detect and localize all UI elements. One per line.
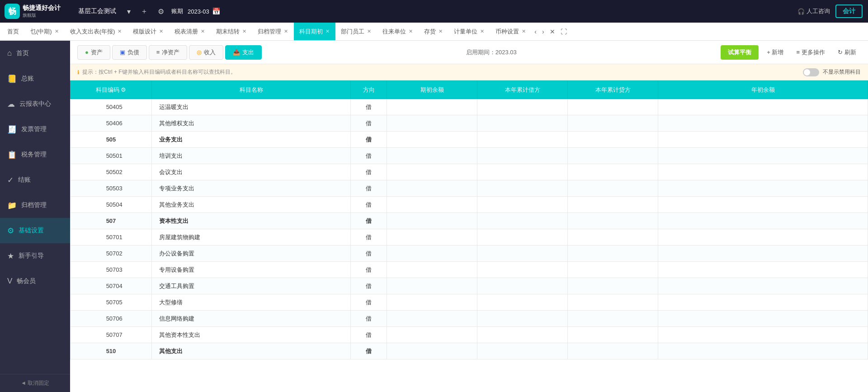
tab-close-currency[interactable]: ✕ (522, 28, 526, 34)
more-button[interactable]: ≡ 更多操作 (792, 46, 830, 59)
add-button[interactable]: + 新增 (762, 46, 788, 59)
table-row[interactable]: 50702 办公设备购置 借 (71, 246, 868, 262)
sidebar-item-archive[interactable]: 📁 归档管理 (0, 193, 70, 218)
table-row[interactable]: 50705 大型修缮 借 (71, 294, 868, 311)
tab-inventory[interactable]: 存货 ✕ (419, 23, 448, 41)
col-name[interactable]: 科目名称 (152, 81, 351, 99)
col-direction[interactable]: 方向 (351, 81, 387, 99)
col-code[interactable]: 科目编码 ⚙ (71, 81, 152, 99)
tab-unit[interactable]: 计量单位 ✕ (448, 23, 490, 41)
sidebar-item-guide[interactable]: ★ 新手引导 (0, 243, 70, 269)
table-row[interactable]: 507 资本性支出 借 (71, 213, 868, 229)
col-init-balance[interactable]: 期初余额 (387, 81, 477, 99)
table-row[interactable]: 510 其他支出 借 (71, 343, 868, 359)
tab-home[interactable]: 首页 (2, 23, 25, 41)
hint-bar: ℹ 提示：按Ctrl + F键并输入科目编码或者科目名称可以查找科目。 不显示禁… (70, 64, 868, 80)
subject-tab-income[interactable]: ◎ 收入 (189, 45, 223, 60)
cell-name: 其他维权支出 (152, 115, 351, 132)
sidebar-collapse-btn[interactable]: ◄ 取消固定 (0, 374, 70, 392)
cell-direction: 借 (351, 294, 387, 311)
subject-tab-net-asset[interactable]: ≡ 净资产 (149, 45, 188, 60)
subject-tab-expense[interactable]: 📤 支出 (225, 45, 262, 60)
cell-name: 办公设备购置 (152, 246, 351, 262)
tab-partner[interactable]: 往来单位 ✕ (377, 23, 419, 41)
disable-toggle[interactable] (803, 68, 819, 76)
liability-dot: ▣ (120, 49, 125, 56)
cell-name: 其他业务支出 (152, 197, 351, 213)
tab-template[interactable]: 模版设计 ✕ (127, 23, 169, 41)
tab-close-all-btn[interactable]: ✕ (547, 26, 558, 37)
tab-close-dept[interactable]: ✕ (367, 28, 371, 34)
tab-close-partner[interactable]: ✕ (409, 28, 413, 34)
table-row[interactable]: 50406 其他维权支出 借 (71, 115, 868, 132)
sidebar: ⌂ 首页 📒 总账 ☁ 云报表中心 🧾 发票管理 📋 税务管理 ✓ 结账 📁 归… (0, 41, 70, 392)
sidebar-item-home[interactable]: ⌂ 首页 (0, 41, 70, 66)
service-button[interactable]: 🎧 人工咨询 (797, 7, 830, 15)
tab-income-report[interactable]: 收入支出表(年报) ✕ (65, 23, 128, 41)
calendar-icon[interactable]: 📅 (212, 7, 221, 15)
tab-next-btn[interactable]: › (539, 26, 547, 37)
settings-icon: ⚙ (7, 226, 14, 236)
table-header-row: 科目编码 ⚙ 科目名称 方向 期初余额 本年累计借方 (71, 81, 868, 99)
sidebar-item-invoice[interactable]: 🧾 发票管理 (0, 117, 70, 142)
settings-icon[interactable]: ⚙ (155, 5, 167, 18)
tab-currency[interactable]: 币种设置 ✕ (490, 23, 532, 41)
logo-text: 畅捷通好会计 旗舰版 (23, 4, 61, 19)
table-body: 50405 运温暖支出 借 50406 其他维权支出 借 505 业务支出 借 … (71, 99, 868, 359)
tab-close-inventory[interactable]: ✕ (439, 28, 443, 34)
tab-mid[interactable]: 乜(中期) ✕ (25, 23, 65, 41)
sidebar-item-reports[interactable]: ☁ 云报表中心 (0, 91, 70, 117)
tab-close-unit[interactable]: ✕ (480, 28, 484, 34)
cell-ytd-credit (568, 327, 658, 343)
table-row[interactable]: 50503 专项业务支出 借 (71, 180, 868, 197)
sidebar-item-ledger[interactable]: 📒 总账 (0, 66, 70, 91)
cell-ytd-credit (568, 262, 658, 278)
sidebar-item-vip[interactable]: V 畅会员 (0, 269, 70, 294)
col-ytd-credit[interactable]: 本年累计贷方 (568, 81, 658, 99)
col-year-init[interactable]: 年初余额 (658, 81, 868, 99)
col-ytd-debit[interactable]: 本年累计借方 (477, 81, 568, 99)
subject-tab-liability[interactable]: ▣ 负债 (112, 45, 147, 60)
sidebar-item-settlement[interactable]: ✓ 结账 (0, 167, 70, 193)
tab-prev-btn[interactable]: ‹ (532, 26, 539, 37)
tab-close-period[interactable]: ✕ (242, 28, 246, 34)
tab-archive[interactable]: 归档管理 ✕ (252, 23, 294, 41)
tab-close-subject[interactable]: ✕ (326, 28, 330, 34)
tab-subject-init[interactable]: 科目期初 ✕ (294, 23, 335, 41)
tab-department[interactable]: 部门员工 ✕ (335, 23, 377, 41)
refresh-button[interactable]: ↻ 刷新 (833, 46, 861, 59)
tab-close-archive[interactable]: ✕ (284, 28, 288, 34)
table-row[interactable]: 50701 房屋建筑物购建 借 (71, 229, 868, 246)
cell-init-balance (387, 311, 477, 327)
cell-ytd-debit (477, 115, 568, 132)
table-row[interactable]: 50501 培训支出 借 (71, 148, 868, 164)
table-row[interactable]: 50405 运温暖支出 借 (71, 99, 868, 115)
dropdown-icon[interactable]: ▾ (124, 5, 133, 18)
tab-expand-btn[interactable]: ⛶ (558, 26, 570, 37)
tab-tax[interactable]: 税表清册 ✕ (169, 23, 211, 41)
table-row[interactable]: 505 业务支出 借 (71, 132, 868, 148)
tab-close-template[interactable]: ✕ (159, 28, 163, 34)
table-row[interactable]: 50706 信息网络购建 借 (71, 311, 868, 327)
cell-year-init (658, 99, 868, 115)
balance-button[interactable]: 试算平衡 (721, 45, 759, 60)
company-name[interactable]: 基层工会测试 (75, 7, 120, 15)
sidebar-item-settings[interactable]: ⚙ 基础设置 (0, 218, 70, 243)
more-icon: ≡ (796, 49, 800, 56)
cell-name: 业务支出 (152, 132, 351, 148)
account-button[interactable]: 会计 (835, 5, 863, 18)
toolbar-right: 试算平衡 + 新增 ≡ 更多操作 ↻ 刷新 (721, 45, 861, 60)
tab-period-end[interactable]: 期末结转 ✕ (211, 23, 252, 41)
table-row[interactable]: 50703 专用设备购置 借 (71, 262, 868, 278)
cell-init-balance (387, 148, 477, 164)
tab-close-mid[interactable]: ✕ (55, 28, 59, 34)
table-row[interactable]: 50707 其他资本性支出 借 (71, 327, 868, 343)
tab-close-income[interactable]: ✕ (118, 28, 122, 34)
table-row[interactable]: 50504 其他业务支出 借 (71, 197, 868, 213)
add-tab-icon[interactable]: ＋ (138, 5, 151, 18)
subject-tab-asset[interactable]: ● 资产 (77, 45, 110, 60)
table-row[interactable]: 50704 交通工具购置 借 (71, 278, 868, 294)
tab-close-tax[interactable]: ✕ (201, 28, 205, 34)
table-row[interactable]: 50502 会议支出 借 (71, 164, 868, 180)
sidebar-item-tax[interactable]: 📋 税务管理 (0, 142, 70, 167)
